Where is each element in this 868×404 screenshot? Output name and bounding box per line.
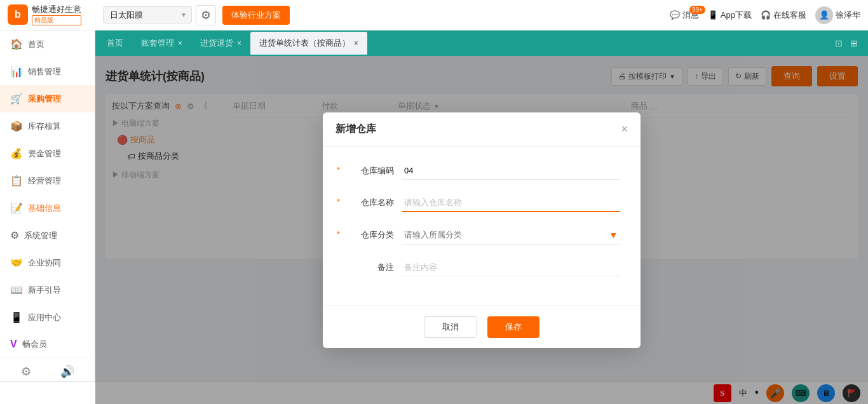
form-label-category: 仓库分类 — [343, 229, 394, 241]
avatar: 👤 — [815, 6, 833, 24]
save-button[interactable]: 保存 — [487, 316, 539, 338]
dialog-close-button[interactable]: × — [621, 123, 628, 135]
business-icon: 📋 — [10, 175, 23, 187]
dialog-body: 仓库编码 仓库名称 — [323, 147, 641, 306]
app-icon: 📱 — [708, 10, 718, 20]
purchase-icon: 🛒 — [10, 93, 23, 105]
tabs-bar: 首页 账套管理 × 进货退货 × 进货单统计表（按商品） × ⊡ ⊞ — [95, 30, 868, 56]
sidebar-label-guide: 新手引导 — [28, 285, 61, 296]
notification-icon: 💬 — [670, 10, 680, 20]
sidebar-label-vip: 畅会员 — [22, 339, 47, 350]
note-input[interactable] — [402, 259, 620, 276]
tab-home[interactable]: 首页 — [98, 32, 132, 55]
notification-item[interactable]: 💬 消息 99+ — [670, 10, 699, 21]
logo-area: b 畅捷通好生意 精品版 — [8, 4, 103, 25]
home-icon: 🏠 — [10, 38, 23, 50]
form-control-note — [402, 259, 620, 276]
sidebar-label-business: 经营管理 — [28, 175, 61, 187]
sidebar-label-enterprise: 企业协同 — [28, 257, 61, 269]
sidebar-label-finance: 资金管理 — [28, 148, 61, 159]
form-row-category: 仓库分类 ▼ — [343, 226, 620, 245]
sidebar-item-enterprise[interactable]: 🤝 企业协同 — [0, 249, 95, 276]
sidebar-item-app[interactable]: 📱 应用中心 — [0, 304, 95, 331]
sidebar-item-purchase[interactable]: 🛒 采购管理 — [0, 85, 95, 112]
form-row-code: 仓库编码 — [343, 162, 620, 180]
app-download-item[interactable]: 📱 App下载 — [708, 10, 752, 21]
tab-accounts-close[interactable]: × — [178, 39, 182, 48]
form-label-name: 仓库名称 — [343, 197, 394, 208]
gear-button[interactable]: ⚙ — [196, 5, 216, 25]
notification-badge: 99+ — [689, 6, 705, 14]
sidebar-label-purchase: 采购管理 — [28, 93, 61, 105]
sales-icon: 📊 — [10, 65, 23, 77]
category-dropdown-icon[interactable]: ▼ — [609, 230, 618, 240]
tab-stats-close[interactable]: × — [354, 39, 358, 48]
form-row-note: 备注 — [343, 259, 620, 276]
top-search: ⚙ 体验行业方案 — [103, 5, 670, 25]
enterprise-icon: 🤝 — [10, 257, 23, 269]
tab-returns-label: 进货退货 — [200, 37, 233, 49]
cancel-button[interactable]: 取消 — [424, 316, 477, 338]
sidebar-item-guide[interactable]: 📖 新手引导 — [0, 276, 95, 304]
sidebar: 🏠 首页 📊 销售管理 🛒 采购管理 📦 库存核算 💰 资金管理 📋 经营管理 … — [0, 30, 95, 404]
tab-stats-label: 进货单统计表（按商品） — [259, 37, 350, 49]
user-name: 徐泽华 — [836, 10, 860, 21]
search-input[interactable] — [103, 6, 192, 24]
tab-accounts[interactable]: 账套管理 × — [132, 32, 191, 55]
sidebar-item-basic[interactable]: 📝 基础信息 — [0, 194, 95, 222]
tab-returns[interactable]: 进货退货 × — [191, 32, 250, 55]
sidebar-item-home[interactable]: 🏠 首页 — [0, 30, 95, 58]
tabs-restore-icon[interactable]: ⊡ — [832, 36, 845, 51]
code-input[interactable] — [402, 162, 620, 180]
sidebar-label-app: 应用中心 — [28, 312, 61, 323]
form-control-code — [402, 162, 620, 180]
service-item[interactable]: 🎧 在线客服 — [761, 10, 806, 21]
experience-button[interactable]: 体验行业方案 — [222, 6, 290, 25]
dialog-overlay: 新增仓库 × 仓库编码 仓 — [95, 56, 868, 404]
dialog-new-warehouse: 新增仓库 × 仓库编码 仓 — [323, 112, 641, 348]
inventory-icon: 📦 — [10, 120, 23, 132]
search-select-wrap[interactable] — [103, 6, 192, 24]
basic-icon: 📝 — [10, 202, 23, 214]
tab-returns-close[interactable]: × — [237, 39, 241, 48]
logo-name: 畅捷通好生意 — [32, 4, 81, 15]
name-input[interactable] — [402, 194, 620, 212]
sidebar-item-finance[interactable]: 💰 资金管理 — [0, 140, 95, 167]
logo-tag: 精品版 — [32, 15, 81, 25]
top-bar: b 畅捷通好生意 精品版 ⚙ 体验行业方案 💬 消息 99+ 📱 App下载 🎧… — [0, 0, 868, 30]
form-label-note: 备注 — [343, 262, 394, 273]
sidebar-speaker-icon[interactable]: 🔊 — [60, 365, 74, 379]
category-select-wrap[interactable]: ▼ — [402, 226, 620, 245]
service-label: 在线客服 — [773, 10, 806, 21]
vip-icon: V — [10, 339, 17, 350]
dialog-title: 新增仓库 — [336, 123, 376, 136]
system-icon: ⚙ — [10, 229, 19, 241]
finance-icon: 💰 — [10, 147, 23, 159]
user-item[interactable]: 👤 徐泽华 — [815, 6, 860, 24]
sidebar-item-inventory[interactable]: 📦 库存核算 — [0, 112, 95, 140]
sidebar-item-sales[interactable]: 📊 销售管理 — [0, 58, 95, 85]
sidebar-item-business[interactable]: 📋 经营管理 — [0, 167, 95, 194]
sidebar-label-inventory: 库存核算 — [28, 121, 61, 132]
dialog-footer: 取消 保存 — [323, 306, 641, 348]
page-content: 进货单统计(按商品) 🖨 按模板打印 ▼ ↑ 导出 ↻ 刷新 — [95, 56, 868, 404]
form-label-code: 仓库编码 — [343, 165, 394, 177]
sidebar-label-basic: 基础信息 — [28, 203, 61, 214]
dialog-header: 新增仓库 × — [323, 112, 641, 147]
top-right: 💬 消息 99+ 📱 App下载 🎧 在线客服 👤 徐泽华 — [670, 6, 860, 24]
sidebar-label-sales: 销售管理 — [28, 66, 61, 77]
tabs-right: ⊡ ⊞ — [832, 36, 865, 51]
sidebar-item-system[interactable]: ⚙ 系统管理 — [0, 222, 95, 249]
form-row-name: 仓库名称 — [343, 194, 620, 212]
app-label: App下载 — [721, 10, 752, 21]
tabs-maximize-icon[interactable]: ⊞ — [848, 36, 860, 51]
main-layout: 🏠 首页 📊 销售管理 🛒 采购管理 📦 库存核算 💰 资金管理 📋 经营管理 … — [0, 30, 868, 404]
guide-icon: 📖 — [10, 284, 23, 296]
sidebar-label-home: 首页 — [28, 39, 44, 50]
sidebar-item-vip[interactable]: V 畅会员 — [0, 331, 95, 358]
tab-stats[interactable]: 进货单统计表（按商品） × — [250, 32, 367, 55]
category-input[interactable] — [404, 230, 609, 239]
tab-home-label: 首页 — [107, 37, 123, 49]
sidebar-settings-icon[interactable]: ⚙ — [21, 365, 31, 379]
sidebar-label-system: 系统管理 — [24, 230, 57, 241]
